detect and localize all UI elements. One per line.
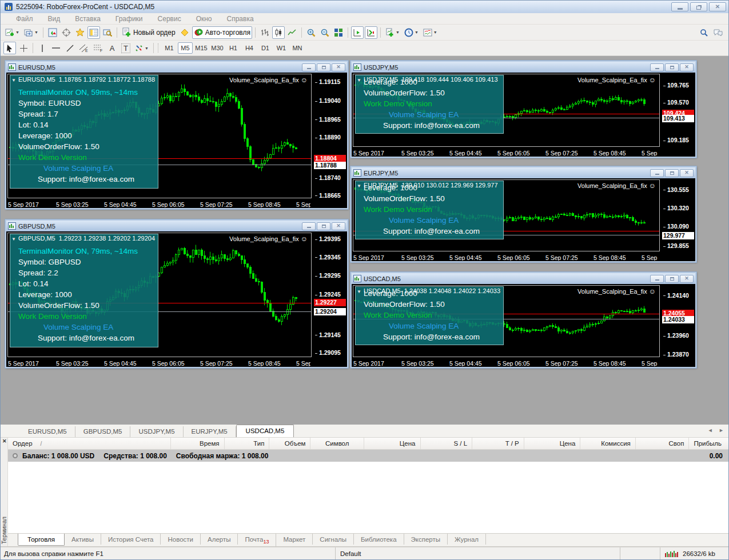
- timeframe-m5-button[interactable]: M5: [178, 42, 193, 54]
- chart-window-titlebar[interactable]: EURJPY,M5 ✕: [352, 167, 695, 178]
- fibonacci-tool-button[interactable]: F: [91, 42, 105, 54]
- close-button[interactable]: ✕: [709, 2, 726, 11]
- market-watch-button[interactable]: [46, 26, 59, 39]
- chart-dropdown-icon[interactable]: ▼: [11, 78, 16, 83]
- trendline-tool-button[interactable]: [63, 42, 76, 54]
- terminal-toggle-button[interactable]: [87, 26, 100, 39]
- periods-button[interactable]: ▼: [403, 26, 420, 39]
- column-symbol[interactable]: Символ: [310, 438, 364, 449]
- menu-file[interactable]: Файл: [9, 14, 41, 24]
- column-type[interactable]: Тип: [225, 438, 270, 449]
- chart-minimize-button[interactable]: [650, 63, 664, 71]
- chart-close-button[interactable]: ✕: [680, 169, 694, 177]
- terminal-tab-signals[interactable]: Сигналы: [313, 534, 354, 545]
- column-profit[interactable]: Прибыль: [689, 438, 728, 449]
- orders-table-body[interactable]: [8, 462, 728, 533]
- chart-dropdown-icon[interactable]: ▼: [357, 289, 361, 294]
- status-profile[interactable]: Default: [335, 547, 620, 559]
- chart-tab-eurusd[interactable]: EURUSD,M5: [20, 426, 75, 437]
- terminal-tab-alerts[interactable]: Алерты: [201, 534, 238, 545]
- chart-tab-usdjpy[interactable]: USDJPY,M5: [130, 426, 183, 437]
- chart-window-titlebar[interactable]: USDCAD,M5 ✕: [352, 273, 695, 284]
- timeframe-m1-button[interactable]: M1: [162, 42, 177, 54]
- horizontal-line-tool-button[interactable]: [50, 42, 62, 54]
- chart-minimize-button[interactable]: [650, 275, 664, 283]
- chart-maximize-button[interactable]: [317, 63, 330, 71]
- chart-area[interactable]: TerminalMonitor ON, 59ms, ~14ms Symbol: …: [6, 73, 347, 208]
- chart-minimize-button[interactable]: [650, 169, 664, 177]
- chart-close-button[interactable]: ✕: [680, 275, 694, 283]
- tab-scroll-arrows[interactable]: ◄ ►: [708, 427, 726, 433]
- terminal-tab-journal[interactable]: Журнал: [448, 534, 486, 545]
- column-time[interactable]: Время: [171, 438, 225, 449]
- timeframe-m30-button[interactable]: M30: [210, 42, 225, 54]
- chart-area[interactable]: TerminalMonitor ON, 79ms, ~14ms Symbol: …: [6, 231, 347, 367]
- chart-area[interactable]: Leverage: 1000 VolumeOrderFlow: 1.50 Wor…: [352, 284, 695, 367]
- chart-tab-gbpusd[interactable]: GBPUSD,M5: [75, 426, 131, 437]
- crosshair-tool-button[interactable]: [17, 42, 30, 54]
- terminal-tab-mailbox[interactable]: Почта13: [238, 534, 276, 546]
- column-volume[interactable]: Объем: [269, 438, 310, 449]
- chart-close-button[interactable]: ✕: [332, 222, 345, 230]
- chart-maximize-button[interactable]: [665, 275, 679, 283]
- chart-shift-button[interactable]: [365, 26, 377, 39]
- text-tool-button[interactable]: A: [106, 42, 118, 54]
- data-window-button[interactable]: [60, 26, 73, 39]
- timeframe-d1-button[interactable]: D1: [258, 42, 273, 54]
- terminal-tab-experts[interactable]: Эксперты: [404, 534, 448, 545]
- terminal-tab-account-history[interactable]: История Счета: [101, 534, 161, 545]
- chart-minimize-button[interactable]: [302, 63, 316, 71]
- smiley-icon[interactable]: ☺: [649, 182, 656, 190]
- templates-button[interactable]: ▼: [421, 26, 439, 39]
- chart-window-titlebar[interactable]: GBPUSD,M5 ✕: [6, 221, 347, 231]
- menu-insert[interactable]: Вставка: [67, 14, 108, 24]
- column-take-profit[interactable]: T / P: [472, 438, 524, 449]
- zoom-out-button[interactable]: [318, 26, 331, 39]
- search-button[interactable]: [698, 26, 710, 39]
- chart-window-titlebar[interactable]: EURUSD,M5 ✕: [6, 62, 347, 73]
- chart-tab-usdcad[interactable]: USDCAD,M5: [236, 425, 294, 437]
- chart-tab-eurjpy[interactable]: EURJPY,M5: [184, 426, 236, 437]
- navigator-button[interactable]: [74, 26, 86, 39]
- line-chart-type-button[interactable]: [286, 26, 298, 39]
- vertical-line-tool-button[interactable]: [36, 42, 49, 54]
- chart-maximize-button[interactable]: [665, 63, 679, 71]
- chart-area[interactable]: Leverage: 1000 VolumeOrderFlow: 1.50 Wor…: [352, 178, 695, 261]
- timeframe-m15-button[interactable]: M15: [194, 42, 209, 54]
- bar-chart-type-button[interactable]: [258, 26, 271, 39]
- auto-scroll-button[interactable]: [351, 26, 364, 39]
- label-tool-button[interactable]: T: [119, 42, 132, 54]
- chart-maximize-button[interactable]: [317, 222, 330, 230]
- smiley-icon[interactable]: ☺: [649, 287, 656, 295]
- chart-close-button[interactable]: ✕: [332, 63, 345, 71]
- column-stop-loss[interactable]: S / L: [421, 438, 473, 449]
- smiley-icon[interactable]: ☺: [301, 235, 308, 243]
- terminal-tab-news[interactable]: Новости: [161, 534, 201, 545]
- menu-charts[interactable]: Графики: [108, 14, 150, 24]
- terminal-close-icon[interactable]: ✕: [2, 439, 7, 444]
- timeframe-mn-button[interactable]: MN: [290, 42, 305, 54]
- terminal-tab-library[interactable]: Библиотека: [354, 534, 404, 545]
- metaeditor-button[interactable]: [178, 26, 191, 39]
- menu-help[interactable]: Справка: [220, 14, 261, 24]
- equidistant-channel-tool-button[interactable]: E: [77, 42, 90, 54]
- minimize-button[interactable]: [671, 2, 688, 11]
- new-chart-button[interactable]: ▼: [3, 26, 21, 39]
- chart-close-button[interactable]: ✕: [680, 63, 694, 71]
- restore-button[interactable]: [690, 2, 707, 11]
- column-swap[interactable]: Своп: [636, 438, 690, 449]
- chart-area[interactable]: Leverage: 1000 VolumeOrderFlow: 1.50 Wor…: [352, 73, 695, 157]
- cursor-tool-button[interactable]: [3, 42, 16, 54]
- new-order-button[interactable]: Новый ордер: [120, 26, 177, 39]
- menu-tools[interactable]: Сервис: [150, 14, 189, 24]
- chart-maximize-button[interactable]: [665, 169, 679, 177]
- chat-button[interactable]: [711, 26, 725, 39]
- chart-dropdown-icon[interactable]: ▼: [357, 183, 361, 189]
- terminal-tab-market[interactable]: Маркет: [276, 534, 313, 545]
- candlestick-chart-type-button[interactable]: [272, 26, 285, 39]
- indicators-button[interactable]: ▼: [384, 26, 401, 39]
- chart-minimize-button[interactable]: [302, 222, 316, 230]
- timeframe-h1-button[interactable]: H1: [226, 42, 241, 54]
- smiley-icon[interactable]: ☺: [649, 76, 656, 84]
- tile-windows-button[interactable]: [332, 26, 345, 39]
